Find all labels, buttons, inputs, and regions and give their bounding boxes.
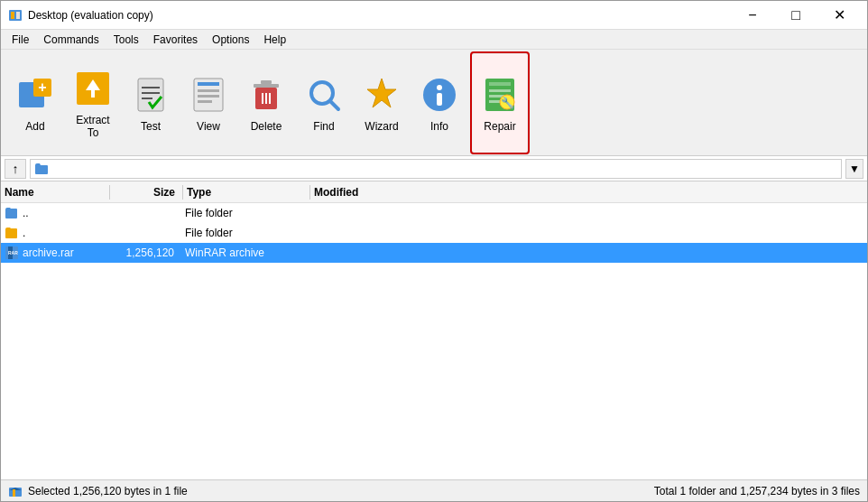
test-icon <box>129 73 172 116</box>
col-header-size: Size <box>110 186 182 199</box>
status-left-text: Selected 1,256,120 bytes in 1 file <box>28 485 188 497</box>
window-title: Desktop (evaluation copy) <box>28 9 153 22</box>
svg-rect-31 <box>489 89 511 92</box>
svg-rect-19 <box>261 80 272 84</box>
repair-label: Repair <box>484 120 515 133</box>
wizard-label: Wizard <box>365 120 398 133</box>
file-name-cell: . <box>1 226 109 240</box>
find-icon <box>302 73 346 116</box>
menu-options[interactable]: Options <box>205 30 256 49</box>
extract-to-label: Extract To <box>70 114 115 139</box>
status-right-text: Total 1 folder and 1,257,234 bytes in 3 … <box>654 485 860 497</box>
close-button[interactable]: ✕ <box>818 2 860 29</box>
status-left: Selected 1,256,120 bytes in 1 file <box>8 484 188 498</box>
rar-icon: RAR <box>5 246 19 260</box>
test-label: Test <box>141 120 161 133</box>
main-window: Desktop (evaluation copy) − □ ✕ File Com… <box>0 0 868 502</box>
title-bar-left: Desktop (evaluation copy) <box>8 8 153 23</box>
info-button[interactable]: Info <box>412 54 466 152</box>
find-label: Find <box>313 120 334 133</box>
add-label: Add <box>25 120 44 133</box>
svg-point-27 <box>437 85 442 90</box>
svg-rect-15 <box>198 95 219 98</box>
col-header-modified: Modified <box>310 186 437 199</box>
window-controls: − □ ✕ <box>732 2 860 29</box>
view-icon <box>187 73 230 116</box>
table-row[interactable]: . File folder <box>1 223 867 243</box>
wizard-icon <box>360 73 403 116</box>
svg-rect-16 <box>198 100 212 103</box>
repair-button-wrapper: 🔧 Repair <box>470 51 530 154</box>
test-button[interactable]: Test <box>124 54 178 152</box>
svg-rect-13 <box>198 82 219 86</box>
repair-button[interactable]: 🔧 Repair <box>473 54 527 152</box>
file-type-cell: File folder <box>181 207 308 219</box>
file-area: Name Size Type Modified .. File folder <box>1 181 867 479</box>
file-name-cell: RAR archive.rar <box>1 246 109 260</box>
svg-rect-30 <box>489 82 511 86</box>
add-icon: + <box>14 73 57 116</box>
menu-bar: File Commands Tools Favorites Options He… <box>1 30 867 50</box>
wizard-button[interactable]: Wizard <box>355 54 409 152</box>
menu-file[interactable]: File <box>5 30 36 49</box>
svg-rect-2 <box>16 12 20 19</box>
delete-button[interactable]: Delete <box>239 54 293 152</box>
file-type-cell: WinRAR archive <box>181 246 308 259</box>
folder-up-icon <box>5 206 19 220</box>
menu-tools[interactable]: Tools <box>106 30 146 49</box>
toolbar: + Add Extract To <box>1 50 867 156</box>
col-header-name: Name <box>1 186 109 199</box>
svg-rect-18 <box>254 84 279 88</box>
table-row[interactable]: .. File folder <box>1 203 867 223</box>
info-label: Info <box>430 120 448 133</box>
status-icon <box>8 484 23 498</box>
file-name: .. <box>23 207 29 219</box>
file-name-cell: .. <box>1 206 109 220</box>
extract-to-icon <box>71 67 115 110</box>
title-bar: Desktop (evaluation copy) − □ ✕ <box>1 1 867 30</box>
folder-icon <box>5 226 19 240</box>
app-icon <box>8 8 23 23</box>
status-bar: Selected 1,256,120 bytes in 1 file Total… <box>1 479 867 501</box>
repair-icon: 🔧 <box>478 73 522 116</box>
navigate-up-button[interactable]: ↑ <box>5 159 26 179</box>
col-header-type: Type <box>183 186 309 199</box>
info-icon <box>418 73 461 116</box>
svg-text:+: + <box>38 79 46 95</box>
add-button[interactable]: + Add <box>8 54 62 152</box>
address-bar: ↑ ▼ <box>1 156 867 181</box>
minimize-button[interactable]: − <box>732 2 773 29</box>
file-name: archive.rar <box>23 246 74 259</box>
menu-favorites[interactable]: Favorites <box>146 30 205 49</box>
view-button[interactable]: View <box>181 54 235 152</box>
extract-to-button[interactable]: Extract To <box>66 54 120 152</box>
file-size-cell: 1,256,120 <box>109 246 181 259</box>
file-name: . <box>23 227 25 239</box>
svg-rect-28 <box>437 93 442 106</box>
svg-rect-14 <box>198 89 219 92</box>
svg-text:🔧: 🔧 <box>501 96 514 109</box>
view-label: View <box>197 120 220 133</box>
menu-help[interactable]: Help <box>256 30 293 49</box>
delete-icon <box>245 73 288 116</box>
address-folder-icon <box>34 162 49 176</box>
menu-commands[interactable]: Commands <box>36 30 106 49</box>
svg-text:RAR: RAR <box>8 250 18 256</box>
table-row[interactable]: RAR archive.rar 1,256,120 WinRAR archive <box>1 243 867 263</box>
svg-rect-41 <box>13 489 15 497</box>
delete-label: Delete <box>251 120 282 133</box>
svg-line-24 <box>330 101 338 109</box>
address-dropdown-button[interactable]: ▼ <box>845 159 863 179</box>
file-list-header: Name Size Type Modified <box>1 181 867 203</box>
svg-rect-1 <box>11 12 14 19</box>
file-type-cell: File folder <box>181 227 308 239</box>
find-button[interactable]: Find <box>297 54 351 152</box>
maximize-button[interactable]: □ <box>775 2 817 29</box>
svg-marker-25 <box>367 79 396 107</box>
